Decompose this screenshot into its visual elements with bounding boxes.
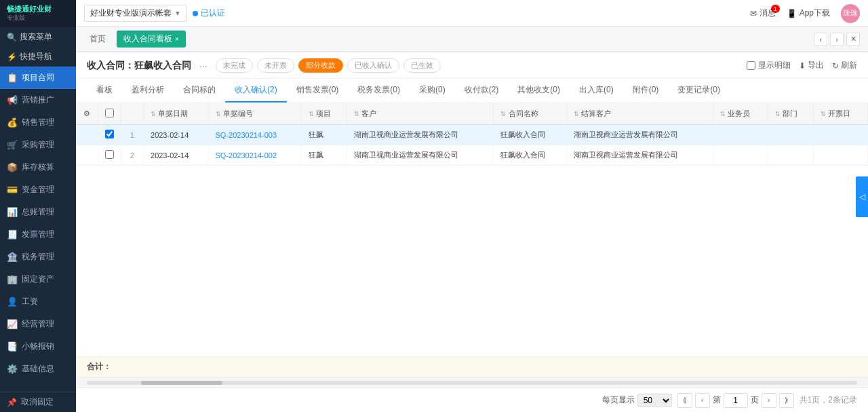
page-last-btn[interactable]: ⟫ [779, 393, 794, 408]
message-btn[interactable]: ✉ 1 消息 [750, 7, 776, 19]
sidebar-search[interactable]: 🔍 搜索菜单 [0, 27, 76, 47]
page-size-select[interactable]: 20 50 100 [637, 394, 672, 407]
col-contract-name: ⇅ 合同名称 [494, 103, 567, 125]
home-tab[interactable]: 首页 [84, 31, 111, 48]
sub-tab-盈利分析[interactable]: 盈利分析 [122, 79, 174, 102]
page-input[interactable] [724, 393, 748, 408]
row-checkbox[interactable] [105, 150, 114, 159]
status-未开票[interactable]: 未开票 [257, 58, 294, 73]
tab-prev-btn[interactable]: ‹ [814, 33, 827, 46]
sub-tab-收入确认[interactable]: 收入确认(2) [225, 79, 287, 102]
status-已生效[interactable]: 已生效 [403, 58, 441, 73]
cell-project: 狂飙 [302, 125, 347, 145]
sidebar-item-marketing[interactable]: 📢营销推广 [0, 89, 76, 111]
sub-tab-变更记录[interactable]: 变更记录(0) [668, 79, 730, 102]
col-check [98, 103, 121, 125]
right-panel-icon[interactable]: ◁ [856, 176, 868, 217]
col-dept-sort-icon[interactable]: ⇅ [775, 111, 781, 117]
page-prev-btn[interactable]: ‹ [695, 393, 710, 408]
home-tab-label: 首页 [90, 34, 106, 43]
col-opendate-sort-icon[interactable]: ⇅ [821, 111, 826, 117]
sub-tab-收付款[interactable]: 收付款(2) [455, 79, 509, 102]
status-已收入确认[interactable]: 已收入确认 [347, 58, 399, 73]
code-link[interactable]: SQ-20230214-003 [216, 131, 277, 139]
status-部分收款[interactable]: 部分收款 [298, 58, 343, 73]
sub-tab-采购[interactable]: 采购(0) [410, 79, 455, 102]
col-contract-sort-icon[interactable]: ⇅ [500, 111, 506, 117]
logo-sub: 专业版 [7, 14, 52, 22]
page-size-control: 每页显示 20 50 100 [602, 394, 672, 407]
sub-tab-其他收支[interactable]: 其他收支(0) [508, 79, 570, 102]
sidebar-item-tax[interactable]: 🏦税务管理 [0, 246, 76, 268]
col-customer-sort-icon[interactable]: ⇅ [354, 111, 359, 117]
show-detail-label: 显示明细 [758, 60, 791, 71]
page-first-btn[interactable]: ⟪ [677, 393, 692, 408]
sub-tab-出入库[interactable]: 出入库(0) [570, 79, 623, 102]
export-icon: ⬇ [799, 61, 806, 71]
sidebar-item-project[interactable]: 📋项目合同 [0, 67, 76, 89]
invoice-icon: 🧾 [7, 229, 18, 240]
sub-tab-看板[interactable]: 看板 [87, 79, 122, 102]
cell-open-date [813, 145, 867, 166]
tab-next-btn[interactable]: › [830, 33, 844, 46]
sidebar-item-label-invoice: 发票管理 [22, 229, 54, 240]
sub-tab-税务发票[interactable]: 税务发票(0) [348, 79, 410, 102]
tab-close-btn[interactable]: ✕ [846, 33, 860, 46]
sub-tab-附件[interactable]: 附件(0) [623, 79, 669, 102]
col-result-sort-icon[interactable]: ⇅ [574, 111, 579, 117]
sidebar-quick-nav[interactable]: ⚡ 快捷导航 [0, 47, 76, 67]
tab-close-icon[interactable]: × [175, 35, 179, 43]
scroll-track[interactable] [87, 381, 857, 385]
col-date-sort-icon[interactable]: ⇅ [151, 111, 156, 117]
sidebar-item-label-tax: 税务管理 [22, 251, 54, 263]
code-link[interactable]: SQ-20230214-002 [216, 151, 277, 160]
col-project-sort-icon[interactable]: ⇅ [309, 111, 314, 117]
user-avatar[interactable]: 珠珠 [841, 4, 860, 23]
sidebar-item-invoice[interactable]: 🧾发票管理 [0, 223, 76, 246]
scroll-area[interactable] [76, 377, 868, 388]
table-row[interactable]: 1 2023-02-14 SQ-20230214-003 狂飙 湖南卫视商业运营… [76, 125, 868, 145]
show-detail-toggle[interactable]: 显示明细 [747, 60, 791, 71]
table-row[interactable]: 2 2023-02-14 SQ-20230214-002 狂飙 湖南卫视商业运营… [76, 145, 868, 166]
sidebar-item-hr[interactable]: 👤工资 [0, 291, 76, 313]
refresh-btn[interactable]: ↻ 刷新 [832, 60, 857, 71]
show-detail-checkbox[interactable] [747, 61, 755, 70]
scroll-thumb[interactable] [141, 381, 222, 385]
page-next-btn[interactable]: › [762, 393, 776, 408]
cell-gear [76, 145, 98, 166]
status-未完成[interactable]: 未完成 [216, 58, 253, 73]
cell-project: 狂飙 [302, 145, 347, 166]
row-checkbox[interactable] [105, 130, 114, 138]
sidebar-item-basic[interactable]: ⚙️基础信息 [0, 358, 76, 380]
sidebar-item-capital[interactable]: 💳资金管理 [0, 179, 76, 201]
sub-tab-合同标的[interactable]: 合同标的 [174, 79, 225, 102]
sidebar-item-label-project: 项目合同 [22, 72, 54, 83]
sum-label: 合计： [87, 361, 111, 373]
sidebar-item-sales[interactable]: 💰销售管理 [0, 111, 76, 134]
sales-icon: 💰 [7, 117, 18, 128]
sidebar-item-report[interactable]: 📑小畅报销 [0, 335, 76, 358]
sidebar-item-fixed[interactable]: 🏢固定资产 [0, 268, 76, 291]
sidebar-item-general[interactable]: 📊总账管理 [0, 201, 76, 223]
contract-tab[interactable]: 收入合同看板 × [117, 31, 186, 48]
sidebar-bottom-pin[interactable]: 📌 取消固定 [0, 392, 76, 412]
col-salesman-sort-icon[interactable]: ⇅ [720, 111, 726, 117]
company-selector[interactable]: 好业财专业版演示帐套 ▼ [84, 5, 187, 22]
col-code-sort-icon[interactable]: ⇅ [216, 111, 221, 117]
content-area: 收入合同：狂飙收入合同 ··· 未完成未开票部分收款已收入确认已生效 显示明细 … [76, 52, 868, 412]
app-download-btn[interactable]: 📱 App下载 [787, 7, 830, 19]
sidebar-item-purchase[interactable]: 🛒采购管理 [0, 134, 76, 156]
sidebar-item-biz[interactable]: 📈经营管理 [0, 313, 76, 335]
contract-header: 收入合同：狂飙收入合同 ··· 未完成未开票部分收款已收入确认已生效 显示明细 … [76, 52, 868, 79]
col-gear: ⚙ [76, 103, 98, 125]
contract-more-btn[interactable]: ··· [199, 60, 208, 71]
gear-icon[interactable]: ⚙ [83, 109, 90, 117]
sub-tab-销售发票[interactable]: 销售发票(0) [287, 79, 349, 102]
cell-dept [768, 125, 813, 145]
inventory-icon: 📦 [7, 162, 18, 173]
app-logo: 畅捷通好业财 专业版 [0, 0, 76, 27]
select-all-checkbox[interactable] [105, 109, 114, 117]
sidebar-item-inventory[interactable]: 📦库存核算 [0, 156, 76, 179]
export-btn[interactable]: ⬇ 导出 [799, 60, 824, 71]
col-salesman: ⇅ 业务员 [713, 103, 768, 125]
